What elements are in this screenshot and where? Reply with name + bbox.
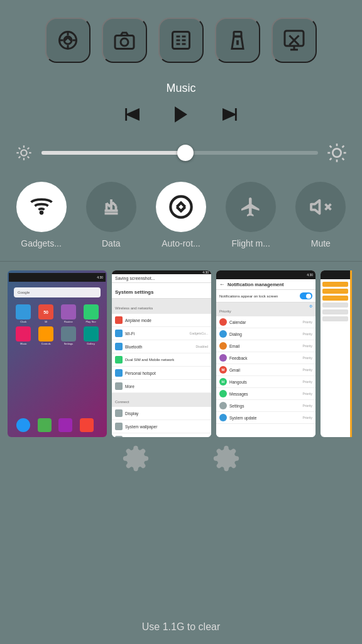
bottom-clear-bar[interactable]: Use 1.1G to clear	[0, 621, 362, 633]
play-button[interactable]	[170, 104, 192, 125]
gear-left-icon	[122, 445, 150, 472]
settings-preview: 4:30 Saving screenshot... System setting…	[112, 270, 211, 437]
toggle-gadgets[interactable]: Gadgets...	[13, 182, 70, 248]
svg-line-32	[19, 148, 21, 150]
recent-apps-section: 4:30 Google Clock 50 50 Routine	[0, 262, 362, 437]
autorotate-circle	[156, 182, 206, 232]
recent-app-notifications[interactable]: 4:30 ← Notification management Notificat…	[216, 270, 315, 437]
brightness-min-icon	[15, 144, 33, 162]
partial-preview	[321, 270, 352, 437]
svg-marker-24	[175, 106, 187, 123]
gear-row	[0, 437, 362, 480]
gear-button-left[interactable]	[122, 445, 150, 474]
toggle-autorotate[interactable]: Auto-rot...	[153, 182, 209, 248]
camera-button[interactable]	[102, 18, 147, 63]
autorotate-icon	[168, 194, 194, 219]
brightness-row	[0, 136, 362, 175]
toggle-flightmode[interactable]: Flight m...	[222, 182, 279, 248]
svg-marker-22	[125, 108, 140, 121]
data-icon	[100, 196, 123, 218]
svg-marker-47	[311, 201, 320, 214]
svg-point-45	[40, 212, 42, 214]
camera-icon	[113, 29, 136, 52]
music-controls	[123, 104, 239, 125]
gear-right-icon	[212, 445, 240, 472]
svg-marker-25	[222, 108, 237, 121]
svg-rect-17	[285, 31, 304, 46]
data-circle	[86, 182, 136, 232]
next-button[interactable]	[218, 104, 239, 125]
mute-circle	[295, 182, 346, 232]
svg-point-7	[121, 38, 128, 46]
svg-rect-23	[125, 108, 127, 121]
prev-button[interactable]	[123, 104, 144, 125]
prev-icon	[123, 104, 144, 125]
svg-line-35	[28, 148, 30, 150]
screenshot-button[interactable]	[272, 18, 317, 63]
svg-rect-8	[173, 32, 190, 49]
wifi-icon	[30, 196, 53, 218]
clear-text: Use 1.1G to clear	[142, 621, 221, 632]
toggles-row: Gadgets... Data	[0, 175, 362, 253]
recent-app-partial[interactable]	[321, 270, 352, 437]
brightness-slider[interactable]	[41, 147, 318, 159]
airplane-icon	[239, 196, 262, 218]
music-section: Music	[0, 75, 362, 136]
music-label: Music	[166, 82, 195, 95]
flashlight-button[interactable]	[215, 18, 260, 63]
screenshot-icon	[283, 29, 305, 52]
svg-line-44	[343, 146, 344, 148]
brightness-max-icon	[327, 143, 347, 163]
home-screen-preview: 4:30 Google Clock 50 50 Routine	[8, 270, 107, 437]
next-icon	[218, 104, 239, 125]
gyroscope-button[interactable]	[45, 18, 90, 63]
autorotate-label: Auto-rot...	[162, 238, 200, 248]
toggle-mute[interactable]: Mute	[292, 182, 349, 248]
gear-button-right[interactable]	[212, 445, 240, 474]
notifications-preview: 4:30 ← Notification management Notificat…	[216, 270, 315, 437]
quick-icons-row	[0, 0, 362, 75]
svg-line-33	[28, 157, 30, 158]
svg-line-43	[330, 158, 332, 160]
gadgets-circle	[16, 182, 67, 232]
brightness-thumb[interactable]	[177, 145, 194, 161]
play-icon	[170, 104, 192, 125]
toggle-data[interactable]: Data	[83, 182, 140, 248]
calculator-button[interactable]	[158, 18, 204, 63]
flightmode-circle	[226, 182, 276, 232]
calculator-icon	[170, 29, 192, 52]
mute-label: Mute	[311, 238, 331, 248]
svg-point-36	[332, 148, 341, 157]
svg-line-41	[330, 146, 332, 148]
flashlight-icon	[226, 29, 249, 52]
gadgets-label: Gadgets...	[21, 238, 62, 248]
svg-line-34	[19, 157, 21, 158]
gyroscope-icon	[57, 29, 79, 52]
svg-rect-26	[235, 108, 237, 121]
recent-app-home[interactable]: 4:30 Google Clock 50 50 Routine	[8, 270, 107, 437]
recent-app-settings[interactable]: 4:30 Saving screenshot... System setting…	[112, 270, 211, 437]
data-label: Data	[102, 238, 121, 248]
svg-point-27	[21, 150, 26, 155]
flightmode-label: Flight m...	[231, 238, 270, 248]
svg-line-42	[343, 158, 344, 160]
mute-icon	[309, 196, 332, 218]
